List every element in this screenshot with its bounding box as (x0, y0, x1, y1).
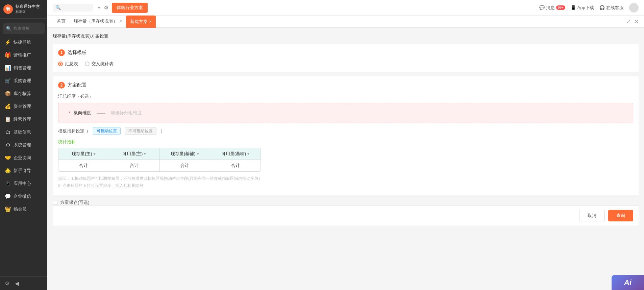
industry-scheme-button[interactable]: 体验行业方案 (112, 3, 148, 13)
inventory-icon: 📦 (5, 91, 11, 97)
sidebar-item-inventory[interactable]: 📦 库存核算 (0, 87, 47, 100)
app-download-item[interactable]: 📱 App下载 (571, 5, 594, 11)
stats-col-4-body: 合计 (210, 160, 261, 171)
dim-placeholder-text: 请选择分组维度 (111, 110, 142, 116)
expand-icon: ⤢ (626, 19, 631, 24)
sidebar-item-finance[interactable]: 💰 资金管理 (0, 100, 47, 113)
col4-chevron-icon: ▾ (247, 152, 249, 156)
sidebar-item-member[interactable]: 👑 畅会员 (0, 203, 47, 216)
sidebar-item-wechat[interactable]: 💬 企业微信 (0, 190, 47, 203)
dim-vertical-label: 纵向维度 (74, 110, 91, 116)
search-icon: 🔍 (6, 26, 11, 31)
user-avatar[interactable] (629, 3, 639, 13)
sales-icon: 📊 (5, 65, 11, 71)
tab-home-label: 首页 (57, 18, 66, 24)
sidebar-item-label: 快捷导航 (14, 39, 31, 45)
stats-col-3-label: 现存量(基辅) (171, 151, 196, 157)
tab-inventory-label: 现存量（库存状况表） (74, 18, 118, 24)
indicator-setting-row: 模板指标设定（ 可拖动位置 不可拖动位置 ） (58, 127, 633, 135)
stats-col-4-cell: 合计 (210, 160, 261, 171)
radio-summary-label: 汇总表 (65, 61, 78, 67)
stats-col-1-header[interactable]: 现存量(主) ▾ (58, 148, 109, 160)
stats-col-2-cell: 合计 (109, 160, 159, 171)
stats-table: 现存量(主) ▾ 可用量(主) ▾ 现存量(基辅 (58, 148, 261, 172)
sidebar-item-label: 库存核算 (14, 91, 31, 97)
tabs-bar: 首页 现存量（库存状况表） × 新建方案 × ⤢ ✕ (47, 16, 644, 28)
tab-home[interactable]: 首页 (53, 16, 70, 28)
sidebar-search-bar[interactable]: 🔍 (3, 23, 45, 34)
collapse-icon[interactable]: ◀ (15, 280, 19, 287)
tab-inventory-close[interactable]: × (120, 19, 122, 24)
wechat-icon: 💬 (5, 193, 11, 199)
sidebar-item-newguide[interactable]: 🌟 新手引导 (0, 164, 47, 177)
dim-selector[interactable]: * 纵向维度 —— 请选择分组维度 (58, 103, 633, 123)
sidebar-item-quicknav[interactable]: ⚡ 快捷导航 (0, 36, 47, 49)
ai-badge[interactable]: Ai (612, 275, 644, 290)
step1-badge: 1 (58, 49, 65, 56)
system-icon: ⚙ (5, 142, 11, 148)
radio-summary-dot (58, 62, 63, 66)
logo-icon: 畅 (3, 4, 13, 14)
sidebar-item-appcenter[interactable]: 📱 应用中心 (0, 177, 47, 190)
stats-col-1-body: 合计 (58, 160, 109, 171)
page-title: 现存量(库存状况表)方案设置 (53, 33, 639, 39)
col2-chevron-icon: ▾ (144, 152, 146, 156)
tab-new-close-icon[interactable]: × (149, 19, 152, 24)
sidebar-item-cooperation[interactable]: 🤝 企业协同 (0, 151, 47, 164)
save-checkbox[interactable] (53, 200, 57, 205)
online-service-item[interactable]: 🎧 在线客服 (599, 5, 624, 11)
topbar-chevron-icon[interactable]: ▾ (98, 5, 100, 10)
radio-crosstab-dot (85, 62, 90, 66)
sidebar-item-label: 采购管理 (14, 78, 31, 84)
topbar-search-bar[interactable]: 🔍 (53, 4, 93, 11)
sidebar-item-system[interactable]: ⚙ 系统管理 (0, 139, 47, 151)
cancel-button[interactable]: 取消 (579, 210, 605, 221)
col1-chevron-icon: ▾ (94, 152, 96, 156)
tab-new-scheme[interactable]: 新建方案 × (126, 16, 156, 28)
tip-1: 提示： 1.拖动标题栏可以调整布局，不可跨维度或指标区域拖动栏目字段(只能在同一… (58, 176, 633, 182)
sidebar-item-label: 系统管理 (14, 142, 31, 148)
radio-crosstab[interactable]: 交叉统计表 (85, 61, 114, 67)
newguide-icon: 🌟 (5, 168, 11, 174)
stats-col-4-label: 可用量(基辅) (221, 151, 246, 157)
logo-text-block: 畅康通好生意 标准版 (16, 4, 40, 14)
step2-badge: 2 (58, 82, 65, 89)
message-icon: 💬 (539, 5, 545, 10)
stats-col-4-header[interactable]: 可用量(基辅) ▾ (210, 148, 261, 160)
stats-col-2-header[interactable]: 可用量(主) ▾ (109, 148, 160, 160)
tips-box: 提示： 1.拖动标题栏可以调整布局，不可跨维度或指标区域拖动栏目字段(只能在同一… (58, 176, 633, 189)
tab-expand-icon[interactable]: ⤢ ✕ (626, 18, 639, 25)
stats-section: 统计指标 现存量(主) ▾ 可用量(主) ▾ (58, 139, 633, 172)
content-area: 现存量(库存状况表)方案设置 1 选择模板 汇总表 交叉统计表 2 (47, 28, 644, 290)
main-area: 🔍 ▾ ⚙ 体验行业方案 💬 消息 99+ 📱 App下载 🎧 在线客服 (47, 0, 644, 290)
step1-card: 1 选择模板 汇总表 交叉统计表 (53, 44, 639, 72)
tab-inventory[interactable]: 现存量（库存状况表） × (70, 16, 126, 28)
sidebar-item-label: 应用中心 (14, 180, 31, 187)
marketing-icon: 🎁 (5, 52, 11, 58)
settings-icon[interactable]: ⚙ (5, 280, 9, 287)
sidebar-item-marketing[interactable]: 🎁 营销推广 (0, 49, 47, 62)
stats-table-body: 合计 合计 合计 合计 (58, 160, 261, 171)
radio-summary[interactable]: 汇总表 (58, 61, 78, 67)
sidebar-footer: ⚙ ◀ (0, 276, 47, 290)
sidebar-item-sales[interactable]: 📊 销售管理 (0, 62, 47, 74)
message-item[interactable]: 💬 消息 99+ (539, 5, 565, 11)
dim-required-mark: * (69, 111, 70, 116)
topbar-search-input[interactable] (62, 5, 89, 10)
close-window-icon[interactable]: ✕ (634, 19, 639, 24)
sidebar-search-input[interactable] (14, 26, 41, 31)
sidebar-item-basic[interactable]: 🗂 基础信息 (0, 126, 47, 139)
sidebar-item-purchase[interactable]: 🛒 采购管理 (0, 74, 47, 87)
sidebar-nav: 🔍 ⚡ 快捷导航 🎁 营销推广 📊 销售管理 🛒 采购管理 📦 库存核算 💰 资… (0, 19, 47, 276)
topbar-gear-icon[interactable]: ⚙ (104, 4, 108, 11)
save-option-row: 方案保存(可选) (53, 199, 639, 206)
tab-new-scheme-label: 新建方案 (130, 19, 148, 25)
non-draggable-badge: 不可拖动位置 (125, 127, 156, 135)
indicator-setting-label: 模板指标设定（ (58, 128, 89, 134)
stats-col-3-header[interactable]: 现存量(基辅) ▾ (160, 148, 210, 160)
stats-section-label: 统计指标 (58, 139, 633, 145)
query-button[interactable]: 查询 (608, 210, 633, 221)
sidebar-item-label: 营销推广 (14, 52, 31, 58)
appcenter-icon: 📱 (5, 180, 11, 187)
sidebar-item-operations[interactable]: 📋 经营管理 (0, 113, 47, 126)
